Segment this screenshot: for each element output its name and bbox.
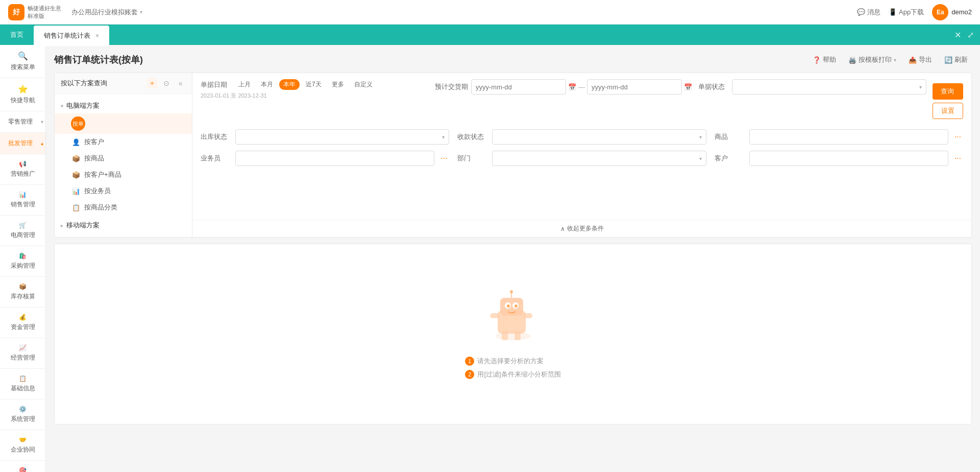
filter-field-department: 部门 ▾ [457,151,706,166]
solution-item-by-product-category[interactable]: 📋 按商品分类 [55,199,192,216]
breadcrumb: 办公用品行业模拟账套 ▾ [71,8,142,17]
export-icon: 📤 [909,56,917,64]
tab-close-icon[interactable]: × [95,32,99,39]
refresh-button[interactable]: 🔄 刷新 [940,53,972,66]
tab-sales-order-stat[interactable]: 销售订单统计表 × [34,26,109,46]
shortcut-custom[interactable]: 自定义 [350,79,377,90]
shortcut-this-month[interactable]: 本月 [257,79,277,90]
sidebar-item-label: 快捷导航 [11,96,35,105]
payment-status-select[interactable]: ▾ [492,129,706,145]
filter-right: 单据日期 上月 本月 本年 近7天 更多 自定义 [192,73,971,220]
calendar-icon-to[interactable]: 📅 [684,83,692,91]
shortcut-more[interactable]: 更多 [328,79,348,90]
filter-row-3: 业务员 ··· 部门 ▾ [201,151,963,166]
date-label: 单据日期 [201,80,231,89]
expected-delivery-label: 预计交货期 [435,82,468,91]
collapse-button[interactable]: ∧ 收起更多条件 [192,220,971,237]
department-label: 部门 [457,154,488,163]
sidebar-item-enterprise[interactable]: 🤝 企业协同 [0,430,45,461]
tip-num-2: 2 [465,370,474,379]
product-label: 商品 [715,132,745,141]
export-button[interactable]: 📤 导出 [904,53,936,66]
sidebar-item-quick-nav[interactable]: ⭐ 快捷导航 [0,78,45,111]
chevron-down-icon: ▾ [919,84,922,90]
close-window-icon[interactable]: ✕ [952,28,963,42]
svg-rect-11 [490,313,499,318]
solution-item-by-order[interactable]: 按单 [55,113,192,134]
sidebar-item-inventory[interactable]: 📦 库存核算 [0,277,45,308]
delivery-date-to[interactable] [587,79,682,95]
solution-item-by-customer[interactable]: 👤 按客户 [55,134,192,150]
page-title: 销售订单统计表(按单) [54,54,143,66]
tabbar: 首页 销售订单统计表 × ✕ ⤢ [0,25,980,45]
sidebar-item-basic-info[interactable]: 📋 基础信息 [0,369,45,399]
sidebar-item-label: 经营管理 [11,353,35,362]
solution-item-by-customer-product[interactable]: 📦 按客户+商品 [55,167,192,183]
chevron-down-icon[interactable]: ▾ [140,9,142,15]
delivery-status-select[interactable]: ▾ [235,129,449,145]
user-menu[interactable]: Ea demo2 [932,4,972,20]
sidebar-item-ecommerce[interactable]: 🛒 电商管理 [0,216,45,246]
sidebar-item-label: 采购管理 [11,262,35,270]
sidebar-item-purchase[interactable]: 🛍️ 采购管理 [0,246,45,277]
shortcut-7days[interactable]: 近7天 [302,79,326,90]
sidebar-item-finance[interactable]: 💰 资金管理 [0,308,45,338]
customer-input[interactable] [749,151,948,166]
department-select[interactable]: ▾ [492,151,706,166]
sidebar-item-label: 电商管理 [11,231,35,240]
sidebar-item-label: 库存核算 [11,292,35,301]
date-separator: — [578,83,585,91]
shortcut-last-month[interactable]: 上月 [234,79,255,90]
sidebar-item-retail[interactable]: 零售管理 ▾ [0,111,45,133]
solution-item-by-salesperson[interactable]: 📊 按业务员 [55,183,192,199]
help-button[interactable]: ❓ 帮助 [808,53,840,66]
sidebar-item-label: 零售管理 [2,117,39,126]
query-button[interactable]: 查询 [933,83,963,100]
maximize-icon[interactable]: ⤢ [965,28,976,42]
sidebar-item-wholesale[interactable]: 批发管理 ▴ [0,133,45,154]
solution-item-by-product[interactable]: 📦 按商品 [55,150,192,167]
sidebar-item-marketing[interactable]: 📢 营销推广 [0,154,45,185]
customer-label: 客户 [715,154,745,163]
settings-solution-icon[interactable]: ⊙ [161,78,172,88]
sidebar-item-sales[interactable]: 📊 销售管理 [0,185,45,216]
print-dropdown-icon[interactable]: ▾ [894,57,896,63]
chevron-down-icon: ▾ [442,134,445,140]
marketing-icon: 📢 [19,160,27,168]
onboarding-icon: 🎯 [19,467,27,472]
operations-icon: 📈 [19,344,27,351]
sidebar-item-label: 企业协同 [11,445,35,454]
sidebar-item-onboarding[interactable]: 🎯 新手引导 [0,461,45,472]
category-icon: 📋 [71,202,81,213]
message-icon: 💬 [857,8,865,16]
sidebar-item-operations[interactable]: 📈 经营管理 [0,338,45,369]
main-content: 销售订单统计表(按单) ❓ 帮助 🖨️ 按模板打印 ▾ 📤 导出 🔄 刷新 [46,45,980,472]
collapse-icon: ∧ [560,225,565,232]
product-input[interactable] [749,129,948,145]
product-more-icon[interactable]: ··· [952,132,963,141]
salesperson-input[interactable] [235,151,434,166]
delivery-date-from[interactable] [471,79,566,95]
app-download-button[interactable]: 📱 App下载 [889,8,924,17]
sidebar-item-search-menu[interactable]: 🔍 搜索菜单 [0,45,45,78]
collapse-left-icon[interactable]: « [176,78,186,88]
tip-item-2: 2 用[过滤]条件来缩小分析范围 [465,370,560,379]
svg-rect-9 [502,331,508,340]
customer-more-icon[interactable]: ··· [952,154,963,163]
customer-product-icon: 📦 [71,170,81,180]
solution-section-mobile: ▸ 移动端方案 [55,218,192,233]
product-icon: 📦 [71,153,81,163]
sidebar-item-system[interactable]: ⚙️ 系统管理 [0,399,45,430]
tab-home[interactable]: 首页 [0,25,34,45]
message-button[interactable]: 💬 消息 [857,8,880,17]
salesperson-more-icon[interactable]: ··· [438,154,449,163]
by-order-icon: 按单 [71,116,85,131]
shortcut-this-year[interactable]: 本年 [279,79,300,90]
order-status-select[interactable]: ▾ [732,79,926,95]
calendar-icon-from[interactable]: 📅 [568,83,576,91]
print-button[interactable]: 🖨️ 按模板打印 ▾ [844,53,900,66]
finance-icon: 💰 [19,314,27,321]
svg-point-8 [510,290,513,293]
add-solution-icon[interactable]: ＋ [147,78,157,88]
settings-button[interactable]: 设置 [933,103,963,119]
